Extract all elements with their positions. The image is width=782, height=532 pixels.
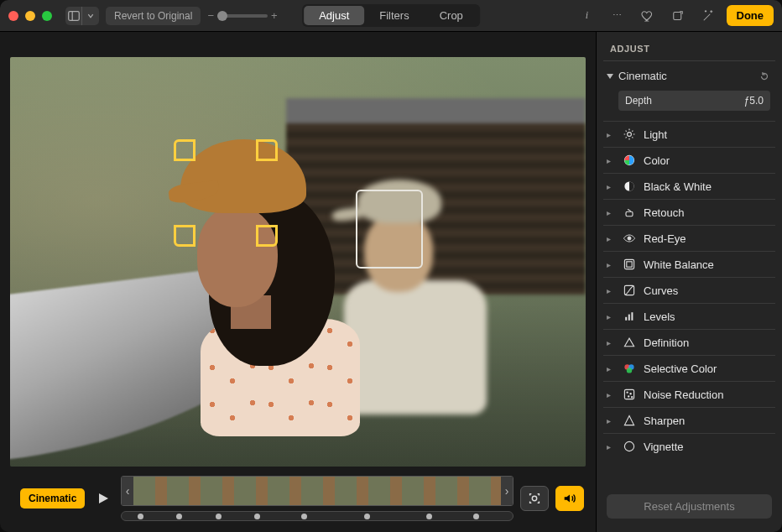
adjustments-list: ▸Light▸Color▸Black & White▸Retouch▸Red-E… [603,121,775,459]
primary-focus-indicator[interactable] [174,139,278,247]
info-button[interactable]: i [576,5,599,27]
adjustment-definition[interactable]: ▸Definition [603,329,775,355]
adjustment-label: Vignette [644,441,683,453]
favorite-button[interactable] [636,5,659,27]
reset-cinematic-icon[interactable] [759,70,770,82]
svg-point-9 [628,237,631,240]
depth-keyframe[interactable] [254,514,260,519]
trim-start-handle[interactable]: ‹ [122,477,133,505]
chevron-right-icon: ▸ [607,286,615,295]
adjustment-noise-reduction[interactable]: ▸Noise Reduction [603,381,775,407]
svg-marker-25 [624,415,633,425]
adjustment-light[interactable]: ▸Light [603,121,775,147]
svg-marker-16 [624,338,633,347]
depth-keyframe[interactable] [426,514,432,519]
cinematic-badge[interactable]: Cinematic [20,488,85,509]
depth-value: ƒ5.0 [744,95,764,107]
secondary-focus-indicator[interactable] [356,190,423,269]
svg-rect-13 [625,317,627,321]
rotate-button[interactable] [666,5,690,27]
adjustment-selective-color[interactable]: ▸Selective Color [603,355,775,381]
depth-keyframe[interactable] [176,514,182,519]
depth-keyframe-track[interactable] [121,511,514,521]
depth-keyframe[interactable] [364,514,370,519]
cinematic-section-header[interactable]: Cinematic [603,61,775,87]
redeye-icon [622,231,637,246]
white-balance-icon [622,257,637,272]
svg-point-4 [532,496,536,500]
revert-to-original-button[interactable]: Revert to Original [106,7,201,25]
chevron-down-icon [607,74,613,79]
tab-filters[interactable]: Filters [364,6,424,25]
adjustment-label: Black & White [644,180,712,193]
chevron-right-icon: ▸ [607,208,615,217]
svg-point-22 [630,394,631,394]
reset-adjustments-button[interactable]: Reset Adjustments [607,494,772,519]
adjustment-curves[interactable]: ▸Curves [603,277,775,303]
zoom-window[interactable] [42,11,52,21]
adjustment-label: Levels [644,310,675,323]
curves-icon [622,283,637,298]
audio-button[interactable] [555,486,584,511]
auto-enhance-button[interactable] [696,5,720,27]
adjustment-color[interactable]: ▸Color [603,147,775,173]
sidebar-toggle[interactable] [65,7,99,25]
retouch-icon [622,205,637,220]
video-viewer[interactable] [10,57,586,467]
more-button[interactable]: ⋯ [606,5,629,27]
adjust-sidebar: ADJUST Cinematic Depth ƒ5.0 ▸Light▸Color… [596,32,782,532]
adjustment-label: Red-Eye [644,232,686,245]
chevron-right-icon: ▸ [607,390,615,399]
depth-keyframe[interactable] [301,514,307,519]
noise-reduction-icon [622,387,637,402]
chevron-right-icon: ▸ [607,364,615,373]
zoom-slider[interactable]: − + [207,9,277,22]
adjustment-label: Curves [644,284,678,297]
svg-rect-11 [627,262,632,267]
selective-color-icon [622,361,637,376]
svg-rect-0 [68,11,79,20]
svg-marker-3 [99,493,108,503]
adjustment-vignette[interactable]: ▸Vignette [603,433,775,459]
focus-mode-button[interactable] [520,486,549,511]
levels-icon [622,309,637,324]
depth-row[interactable]: Depth ƒ5.0 [618,91,770,111]
chevron-right-icon: ▸ [607,442,615,451]
filmstrip[interactable]: ‹ › [121,476,514,521]
close-window[interactable] [8,11,18,21]
tab-adjust[interactable]: Adjust [304,6,364,25]
adjustment-white-balance[interactable]: ▸White Balance [603,251,775,277]
svg-rect-8 [626,211,633,216]
depth-keyframe[interactable] [473,514,479,519]
depth-keyframe[interactable] [216,514,222,519]
minimize-window[interactable] [25,11,35,21]
svg-rect-2 [673,12,680,19]
sidebar-icon [65,7,82,25]
bw-icon [622,179,637,194]
adjustment-retouch[interactable]: ▸Retouch [603,199,775,225]
trim-end-handle[interactable]: › [501,477,513,505]
play-button[interactable] [92,488,114,509]
tab-crop[interactable]: Crop [425,6,478,25]
svg-point-5 [628,133,632,137]
adjustment-sharpen[interactable]: ▸Sharpen [603,407,775,433]
adjustment-redeye[interactable]: ▸Red-Eye [603,225,775,251]
adjustment-bw[interactable]: ▸Black & White [603,173,775,199]
done-button[interactable]: Done [727,5,774,26]
adjustment-label: Retouch [644,206,684,219]
zoom-knob[interactable] [217,11,227,21]
window-controls [8,11,52,21]
chevron-right-icon: ▸ [607,156,615,165]
svg-point-19 [627,368,632,373]
svg-point-24 [632,397,633,398]
adjustment-levels[interactable]: ▸Levels [603,303,775,329]
depth-keyframe[interactable] [138,514,143,519]
adjustment-label: Noise Reduction [644,389,723,401]
sidebar-title: ADJUST [603,40,775,61]
adjustment-label: Definition [644,336,689,349]
filmstrip-thumbnails[interactable] [133,477,501,505]
svg-rect-10 [624,259,633,269]
chevron-right-icon: ▸ [607,234,615,243]
chevron-right-icon: ▸ [607,260,615,269]
zoom-track[interactable] [217,14,268,18]
